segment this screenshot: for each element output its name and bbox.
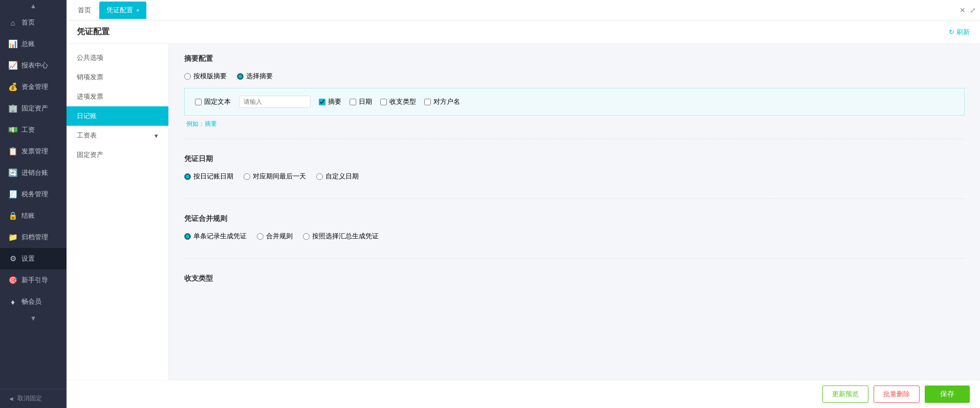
refresh-label: 刷新 <box>956 28 970 37</box>
tab-actions: ✕ ⤢ <box>960 6 976 14</box>
left-nav-public[interactable]: 公共选项 <box>67 48 168 67</box>
sidebar-unpin[interactable]: ◄ 取消固定 <box>0 389 67 408</box>
sidebar-item-invoice[interactable]: 📋 发票管理 <box>0 141 67 162</box>
sidebar-item-label: 进销台账 <box>21 168 48 177</box>
left-nav-salary-table[interactable]: 工资表 ▾ <box>67 126 168 145</box>
summary-checkbox[interactable]: 摘要 <box>319 97 341 106</box>
summary-section: 摘要配置 按模版摘要 选择摘要 固定文本 <box>184 54 965 139</box>
sidebar-item-label: 报表中心 <box>21 61 48 70</box>
summary-radio-select[interactable]: 选择摘要 <box>237 72 273 81</box>
invoice-icon: 📋 <box>8 147 17 156</box>
sidebar-item-funds[interactable]: 💰 资金管理 <box>0 76 67 98</box>
tab-close-button[interactable]: × <box>136 7 139 13</box>
counterpart-checkbox[interactable]: 对方户名 <box>424 97 460 106</box>
sidebar-item-label: 首页 <box>21 18 35 27</box>
refresh-icon: ↻ <box>949 28 954 36</box>
refresh-button[interactable]: ↻ 刷新 <box>949 28 970 37</box>
merge-radio-rule-input[interactable] <box>257 233 264 240</box>
date-radio-journal-input[interactable] <box>184 173 191 180</box>
summary-radio-template[interactable]: 按模版摘要 <box>184 72 227 81</box>
summary-radio-template-input[interactable] <box>184 73 191 80</box>
date-radio-last-day[interactable]: 对应期间最后一天 <box>244 172 306 181</box>
sidebar-item-reports[interactable]: 📈 报表中心 <box>0 55 67 76</box>
update-preview-button[interactable]: 更新预览 <box>822 386 868 403</box>
income-expense-checkbox[interactable]: 收支类型 <box>380 97 416 106</box>
date-checkbox-input[interactable] <box>350 99 356 105</box>
sidebar-item-archive[interactable]: 📁 归档管理 <box>0 226 67 248</box>
income-expense-checkbox-input[interactable] <box>380 99 387 105</box>
sidebar-item-label: 设置 <box>21 254 35 263</box>
fixed-text-input[interactable] <box>239 96 311 108</box>
home-icon: ⌂ <box>8 18 17 27</box>
left-nav-sales-invoice[interactable]: 销项发票 <box>67 67 168 87</box>
sidebar-item-label: 总账 <box>21 39 35 49</box>
sidebar-item-ledger[interactable]: 📊 总账 <box>0 33 67 55</box>
left-nav-purchase-invoice[interactable]: 进项发票 <box>67 87 168 106</box>
fixed-text-checkbox[interactable]: 固定文本 <box>195 97 231 106</box>
content-area: 公共选项 销项发票 进项发票 日记账 工资表 ▾ 固定资产 摘要配置 <box>67 44 980 380</box>
merge-radio-single[interactable]: 单条记录生成凭证 <box>184 232 247 241</box>
example-text: 例如：摘要 <box>184 120 965 128</box>
merge-radio-summary[interactable]: 按照选择汇总生成凭证 <box>303 232 379 241</box>
merge-radio-summary-input[interactable] <box>303 233 310 240</box>
sidebar-item-settings[interactable]: ⚙ 设置 <box>0 248 67 269</box>
date-section-title: 凭证日期 <box>184 154 965 164</box>
sidebar-item-label: 畅会员 <box>21 297 41 306</box>
tab-bar: 首页 凭证配置 × ✕ ⤢ <box>67 0 980 20</box>
vip-icon: ♦ <box>8 298 17 306</box>
merge-section-title: 凭证合并规则 <box>184 214 965 223</box>
sidebar-item-assets[interactable]: 🏢 固定资产 <box>0 98 67 119</box>
sidebar-item-label: 工资 <box>21 125 35 134</box>
merge-radio-single-input[interactable] <box>184 233 191 240</box>
batch-delete-button[interactable]: 批量删除 <box>874 386 920 403</box>
fixed-text-checkbox-input[interactable] <box>195 99 202 105</box>
sidebar-bottom-label: 取消固定 <box>17 394 42 403</box>
date-checkbox[interactable]: 日期 <box>350 97 372 106</box>
sidebar-item-closing[interactable]: 🔒 结账 <box>0 205 67 226</box>
page-title: 凭证配置 <box>77 27 110 37</box>
sidebar-item-tax[interactable]: 🧾 税务管理 <box>0 184 67 205</box>
sidebar-item-payroll[interactable]: 💵 工资 <box>0 119 67 141</box>
summary-radio-group: 按模版摘要 选择摘要 <box>184 72 965 81</box>
sidebar-item-home[interactable]: ⌂ 首页 <box>0 12 67 33</box>
sidebar-item-label: 税务管理 <box>21 190 48 199</box>
sidebar-item-label: 固定资产 <box>21 104 48 113</box>
payroll-icon: 💵 <box>8 125 17 134</box>
pin-icon: ◄ <box>8 395 14 402</box>
chevron-down-icon: ▾ <box>155 132 158 140</box>
left-nav-journal[interactable]: 日记账 <box>67 106 168 126</box>
ledger-icon: 📊 <box>8 39 17 49</box>
sidebar-scroll-down[interactable]: ▼ <box>0 312 67 324</box>
tab-home[interactable]: 首页 <box>71 2 98 19</box>
window-close-button[interactable]: ✕ <box>960 6 966 14</box>
sidebar-item-vip[interactable]: ♦ 畅会员 <box>0 291 67 312</box>
settings-icon: ⚙ <box>8 254 17 263</box>
sidebar-item-label: 发票管理 <box>21 147 48 156</box>
merge-radio-group: 单条记录生成凭证 合并规则 按照选择汇总生成凭证 <box>184 232 965 241</box>
window-expand-button[interactable]: ⤢ <box>970 6 976 14</box>
save-button[interactable]: 保存 <box>925 386 970 403</box>
left-nav: 公共选项 销项发票 进项发票 日记账 工资表 ▾ 固定资产 <box>67 44 169 380</box>
summary-radio-select-input[interactable] <box>237 73 244 80</box>
date-radio-custom-input[interactable] <box>316 173 323 180</box>
left-nav-fixed-assets[interactable]: 固定资产 <box>67 145 168 165</box>
right-content: 摘要配置 按模版摘要 选择摘要 固定文本 <box>169 44 980 380</box>
guide-icon: 🎯 <box>8 276 17 285</box>
date-radio-group: 按日记账日期 对应期间最后一天 自定义日期 <box>184 172 965 181</box>
assets-icon: 🏢 <box>8 104 17 113</box>
summary-checkbox-input[interactable] <box>319 99 325 105</box>
sidebar-scroll-up[interactable]: ▲ <box>0 0 67 12</box>
date-radio-custom[interactable]: 自定义日期 <box>316 172 359 181</box>
sidebar-item-purchase[interactable]: 🔄 进销台账 <box>0 162 67 184</box>
counterpart-checkbox-input[interactable] <box>424 99 431 105</box>
sidebar-item-label: 归档管理 <box>21 233 48 242</box>
merge-radio-rule[interactable]: 合并规则 <box>257 232 293 241</box>
tab-voucher-config[interactable]: 凭证配置 × <box>99 2 146 19</box>
sidebar-item-label: 资金管理 <box>21 82 48 92</box>
sidebar-item-label: 新手引导 <box>21 276 48 285</box>
sidebar-item-guide[interactable]: 🎯 新手引导 <box>0 269 67 291</box>
reports-icon: 📈 <box>8 61 17 70</box>
funds-icon: 💰 <box>8 82 17 92</box>
date-radio-journal[interactable]: 按日记账日期 <box>184 172 233 181</box>
date-radio-last-day-input[interactable] <box>244 173 250 180</box>
